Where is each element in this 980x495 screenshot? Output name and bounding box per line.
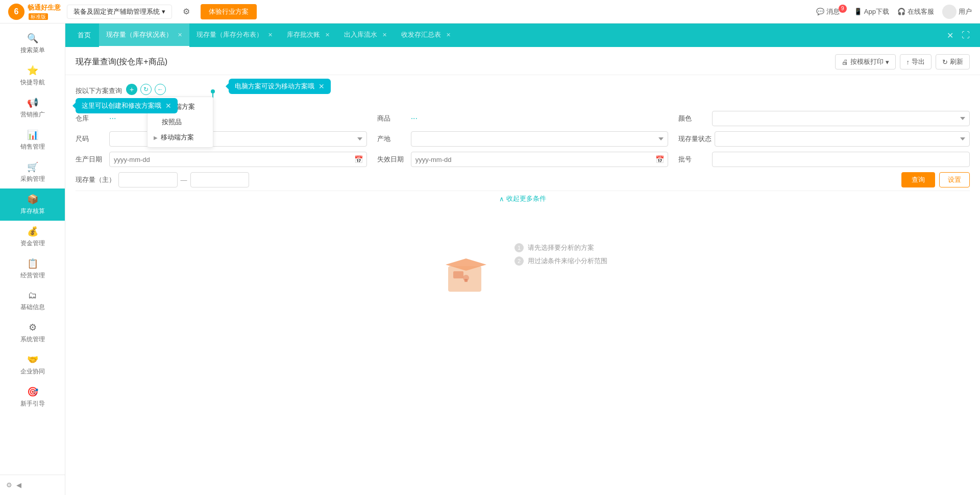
sidebar-collapse-icon[interactable]: ◀ — [16, 481, 21, 489]
refresh-button[interactable]: ↻ 刷新 — [936, 54, 970, 69]
trial-button[interactable]: 体验行业方案 — [201, 4, 257, 19]
prod-date-start-input[interactable] — [109, 152, 367, 167]
sidebar-item-quick-nav[interactable]: ⭐ 快捷导航 — [0, 60, 65, 92]
goods-dots-btn[interactable]: ··· — [411, 114, 418, 123]
tab-close-all-button[interactable]: ✕ — [945, 29, 955, 42]
filter-item-size: 尺码 — [76, 131, 367, 147]
sidebar-item-finance[interactable]: 💰 资金管理 — [0, 221, 65, 253]
prod-date-start-calendar-icon[interactable]: 📅 — [354, 155, 363, 163]
sidebar-item-inventory[interactable]: 📦 库存核算 — [0, 188, 65, 221]
stock-status-select[interactable] — [715, 131, 970, 147]
filter-item-goods: 商品 ··· — [377, 111, 669, 126]
tab-bar: 首页 现存量（库存状况表） ✕ 现存量（库存分布表） ✕ 库存批次账 ✕ 出入库… — [65, 23, 980, 47]
search-action-buttons: 查询 设置 — [901, 172, 970, 187]
main-container: 🔍 搜索菜单 ⭐ 快捷导航 📢 营销推广 📊 销售管理 🛒 采购管理 📦 库存核… — [0, 23, 980, 495]
expire-date-start-calendar-icon[interactable]: 📅 — [655, 155, 664, 163]
scheme-back-button[interactable]: ← — [155, 84, 166, 95]
stock-main-max-input[interactable] — [190, 172, 250, 187]
sales-icon: 📊 — [27, 129, 38, 140]
empty-step-2: 2 用过滤条件来缩小分析范围 — [514, 256, 607, 266]
online-support-button[interactable]: 🎧 在线客服 — [897, 7, 934, 16]
sidebar-item-purchase[interactable]: 🛒 采购管理 — [0, 156, 65, 188]
scheme-tree-item-by-product[interactable]: 按照品 — [148, 114, 213, 130]
system-icon: ⚙ — [29, 322, 37, 333]
collapse-icon: ▶ — [154, 135, 158, 140]
avatar — [942, 5, 957, 19]
sidebar-item-operations[interactable]: 📋 经营管理 — [0, 253, 65, 285]
filter-item-prod-date: 生产日期 📅 — [76, 152, 367, 167]
logo-badge: 标准版 — [29, 13, 48, 20]
empty-illustration — [438, 243, 494, 299]
sidebar-item-basic-info[interactable]: 🗂 基础信息 — [0, 285, 65, 317]
headset-icon: 🎧 — [897, 8, 905, 15]
chevron-down-icon: ▾ — [886, 58, 889, 66]
dot-indicator — [211, 89, 215, 93]
sidebar-footer: ⚙ ◀ — [0, 475, 65, 495]
star-icon: ⭐ — [27, 65, 38, 76]
tab-in-out-flow[interactable]: 出入库流水 ✕ — [337, 23, 394, 47]
filter-area: 按以下方案查询 + ↻ ← ▼ 电脑端方案 按照品 — [65, 75, 980, 213]
origin-select[interactable] — [411, 131, 669, 147]
sidebar-item-guide[interactable]: 🎯 新手引导 — [0, 381, 65, 413]
enterprise-icon: 🤝 — [27, 354, 38, 365]
sidebar-item-system[interactable]: ⚙ 系统管理 — [0, 317, 65, 349]
tab-inventory-dist[interactable]: 现存量（库存分布表） ✕ — [189, 23, 280, 47]
page-header: 现存量查询(按仓库+商品) 🖨 按模板打印 ▾ ↑ 导出 ↻ 刷新 — [65, 47, 980, 75]
warehouse-dots-btn[interactable]: ··· — [109, 114, 116, 123]
content-area: 首页 现存量（库存状况表） ✕ 现存量（库存分布表） ✕ 库存批次账 ✕ 出入库… — [65, 23, 980, 495]
tab-recv-summary[interactable]: 收发存汇总表 ✕ — [394, 23, 458, 47]
footer-settings-icon[interactable]: ⚙ — [6, 481, 12, 489]
sidebar: 🔍 搜索菜单 ⭐ 快捷导航 📢 营销推广 📊 销售管理 🛒 采购管理 📦 库存核… — [0, 23, 65, 495]
tab-inventory-status[interactable]: 现存量（库存状况表） ✕ — [99, 23, 189, 47]
sidebar-item-search-menu[interactable]: 🔍 搜索菜单 — [0, 28, 65, 60]
top-header: 6 畅通好生意 标准版 装备及固定资产辅助管理系统 ▾ ⚙ 体验行业方案 💬 消… — [0, 0, 980, 23]
guide-icon: 🎯 — [27, 386, 38, 397]
tab-close-in-out-flow[interactable]: ✕ — [382, 32, 387, 38]
finance-icon: 💰 — [27, 226, 38, 237]
tab-close-inventory-dist[interactable]: ✕ — [268, 32, 273, 38]
system-selector[interactable]: 装备及固定资产辅助管理系统 ▾ — [67, 5, 172, 19]
messages-button[interactable]: 💬 消息 9 — [816, 7, 846, 16]
tooltip1-close-button[interactable]: ✕ — [318, 82, 325, 90]
tab-close-recv-summary[interactable]: ✕ — [446, 32, 451, 38]
scheme-refresh-button[interactable]: ↻ — [140, 84, 152, 95]
header-left: 6 畅通好生意 标准版 装备及固定资产辅助管理系统 ▾ ⚙ 体验行业方案 — [8, 3, 257, 20]
scheme-tree-item-mobile[interactable]: ▶ 移动端方案 — [148, 130, 213, 145]
filter-label: 按以下方案查询 — [76, 83, 122, 96]
tooltip2-close-button[interactable]: ✕ — [165, 102, 172, 110]
batch-input[interactable] — [712, 152, 970, 167]
sidebar-item-marketing[interactable]: 📢 营销推广 — [0, 92, 65, 124]
tab-close-batch-ledger[interactable]: ✕ — [325, 32, 330, 38]
chevron-down-icon: ▾ — [162, 8, 165, 15]
filter-item-color: 颜色 — [678, 111, 970, 126]
user-menu-button[interactable]: 用户 — [942, 5, 972, 19]
expire-date-start-input[interactable] — [411, 152, 669, 167]
msg-count-badge: 9 — [839, 5, 847, 13]
sidebar-item-sales[interactable]: 📊 销售管理 — [0, 124, 65, 156]
svg-rect-1 — [453, 271, 463, 278]
sidebar-item-enterprise[interactable]: 🤝 企业协同 — [0, 349, 65, 381]
tab-maximize-button[interactable]: ⛶ — [960, 29, 972, 42]
collapse-button[interactable]: ∧ 收起更多条件 — [76, 191, 970, 206]
print-template-button[interactable]: 🖨 按模板打印 ▾ — [835, 54, 896, 69]
tab-close-inventory-status[interactable]: ✕ — [178, 32, 182, 38]
operations-icon: 📋 — [27, 258, 38, 269]
reset-button[interactable]: 设置 — [939, 172, 970, 187]
scheme-add-button[interactable]: + — [126, 84, 137, 95]
logo-icon: 6 — [8, 4, 24, 20]
phone-icon: 📱 — [854, 8, 862, 15]
app-download-button[interactable]: 📱 App下载 — [854, 7, 889, 16]
export-button[interactable]: ↑ 导出 — [900, 54, 932, 69]
filter-item-origin: 产地 — [377, 131, 669, 147]
logo-text: 畅通好生意 标准版 — [28, 3, 61, 20]
color-select[interactable] — [712, 111, 970, 126]
search-button[interactable]: 查询 — [901, 172, 935, 187]
search-icon: 🔍 — [27, 33, 38, 44]
filter-item-expire-date: 失效日期 📅 — [377, 152, 669, 167]
stock-main-min-input[interactable] — [118, 172, 178, 187]
scheme-tooltip1: 电脑方案可设为移动方案哦 ✕ — [229, 79, 331, 94]
settings-button[interactable]: ⚙ — [178, 4, 194, 20]
tab-home[interactable]: 首页 — [69, 23, 99, 47]
tab-batch-ledger[interactable]: 库存批次账 ✕ — [280, 23, 337, 47]
scheme-row: 按以下方案查询 + ↻ ← ▼ 电脑端方案 按照品 — [76, 81, 970, 96]
